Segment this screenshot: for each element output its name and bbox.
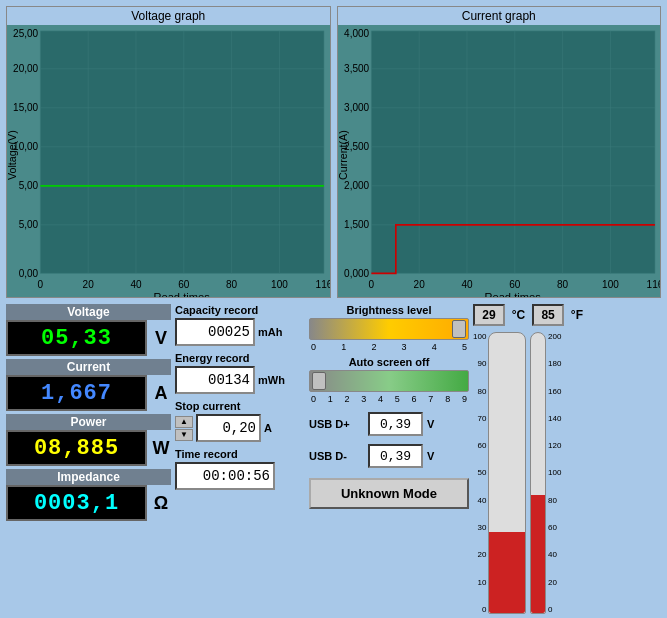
- stepper-down-button[interactable]: ▼: [175, 429, 193, 441]
- c-scale-100: 100: [473, 332, 486, 341]
- svg-text:5,00: 5,00: [19, 180, 39, 191]
- f-scale-100: 100: [548, 468, 561, 477]
- brightness-ticks: 0 1 2 3 4 5: [309, 342, 469, 352]
- power-display: 08,885: [6, 430, 147, 466]
- tick-1: 1: [341, 342, 346, 352]
- auto-screen-ticks: 0 1 2 3 4 5 6 7 8 9: [309, 394, 469, 404]
- stop-current-unit: A: [264, 422, 272, 434]
- impedance-block: Impedance 0003,1 Ω: [6, 469, 171, 521]
- svg-text:20: 20: [413, 278, 424, 289]
- graphs-section: Voltage graph: [0, 0, 667, 300]
- energy-row: mWh: [175, 366, 305, 394]
- celsius-fill: [489, 532, 525, 613]
- current-block: Current 1,667 A: [6, 359, 171, 411]
- thermometers-container: 100 90 80 70 60 50 40 30 20 10 0: [473, 332, 583, 614]
- brightness-thumb: [452, 320, 466, 338]
- voltage-unit: V: [151, 328, 171, 349]
- f-scale-200: 200: [548, 332, 561, 341]
- c-scale-80: 80: [473, 387, 486, 396]
- svg-text:0: 0: [38, 278, 44, 289]
- svg-text:20,00: 20,00: [13, 63, 38, 74]
- voltage-value-row: 05,33 V: [6, 320, 171, 356]
- thermo-header: 29 °C 85 °F: [473, 304, 583, 326]
- tick-0: 0: [311, 342, 316, 352]
- energy-block: Energy record mWh: [175, 352, 305, 394]
- middle-panel: Capacity record mAh Energy record mWh St…: [175, 304, 305, 614]
- voltage-label: Voltage: [6, 304, 171, 320]
- fahrenheit-thermometer: 200 180 160 140 120 100 80 60 40 20 0: [530, 332, 583, 614]
- stepper-up-button[interactable]: ▲: [175, 416, 193, 428]
- svg-rect-31: [371, 31, 655, 273]
- svg-text:5,00: 5,00: [19, 219, 39, 230]
- f-scale-140: 140: [548, 414, 561, 423]
- celsius-value-box: 29: [473, 304, 505, 326]
- svg-text:3,500: 3,500: [344, 63, 369, 74]
- current-unit: A: [151, 383, 171, 404]
- f-scale-120: 120: [548, 441, 561, 450]
- right-middle-panel: Brightness level 0 1 2 3 4 5: [309, 304, 469, 614]
- c-scale-50: 50: [473, 468, 486, 477]
- svg-text:116: 116: [646, 278, 660, 289]
- brightness-slider-container: 0 1 2 3 4 5: [309, 318, 469, 352]
- svg-text:3,000: 3,000: [344, 102, 369, 113]
- time-label: Time record: [175, 448, 305, 460]
- thermometer-panel: 29 °C 85 °F 100 90 80 70 60: [473, 304, 583, 614]
- impedance-value: 0003,1: [34, 491, 119, 516]
- celsius-unit: °C: [512, 308, 525, 322]
- energy-label: Energy record: [175, 352, 305, 364]
- power-value-row: 08,885 W: [6, 430, 171, 466]
- celsius-thermo-wrapper: 100 90 80 70 60 50 40 30 20 10 0: [473, 332, 526, 614]
- power-value: 08,885: [34, 436, 119, 461]
- fahrenheit-thermo-wrapper: 200 180 160 140 120 100 80 60 40 20 0: [530, 332, 583, 614]
- usb-dplus-unit: V: [427, 418, 434, 430]
- svg-text:80: 80: [557, 278, 568, 289]
- current-graph-title: Current graph: [338, 7, 661, 25]
- auto-screen-thumb: [312, 372, 326, 390]
- f-scale-20: 20: [548, 578, 561, 587]
- capacity-row: mAh: [175, 318, 305, 346]
- current-graph-svg: 4,000 3,500 3,000 2,500 2,000 1,500 0,00…: [338, 25, 661, 297]
- stop-current-row: ▲ ▼ A: [175, 414, 305, 442]
- current-label: Current: [6, 359, 171, 375]
- f-scale-0: 0: [548, 605, 561, 614]
- svg-text:20: 20: [83, 278, 94, 289]
- f-scale-160: 160: [548, 387, 561, 396]
- measurements-panel: Voltage 05,33 V Current 1,667 A: [6, 304, 171, 614]
- current-value: 1,667: [41, 381, 112, 406]
- usb-dplus-label: USB D+: [309, 418, 364, 430]
- capacity-input[interactable]: [175, 318, 255, 346]
- current-display: 1,667: [6, 375, 147, 411]
- celsius-scale: 100 90 80 70 60 50 40 30 20 10 0: [473, 332, 488, 614]
- tick-a5: 5: [395, 394, 400, 404]
- time-input[interactable]: [175, 462, 275, 490]
- c-scale-90: 90: [473, 359, 486, 368]
- svg-text:60: 60: [178, 278, 189, 289]
- tick-a3: 3: [361, 394, 366, 404]
- svg-text:116: 116: [316, 278, 330, 289]
- auto-screen-label: Auto screen off: [309, 356, 469, 368]
- auto-screen-slider[interactable]: [309, 370, 469, 392]
- fahrenheit-unit: °F: [571, 308, 583, 322]
- f-scale-60: 60: [548, 523, 561, 532]
- power-unit: W: [151, 438, 171, 459]
- svg-text:40: 40: [461, 278, 472, 289]
- impedance-display: 0003,1: [6, 485, 147, 521]
- unknown-mode-button[interactable]: Unknown Mode: [309, 478, 469, 509]
- stop-current-label: Stop current: [175, 400, 305, 412]
- fahrenheit-value-box: 85: [532, 304, 564, 326]
- tick-a7: 7: [428, 394, 433, 404]
- svg-text:0,00: 0,00: [19, 268, 39, 279]
- brightness-slider[interactable]: [309, 318, 469, 340]
- svg-text:2,000: 2,000: [344, 180, 369, 191]
- svg-text:0: 0: [368, 278, 374, 289]
- brightness-label: Brightness level: [309, 304, 469, 316]
- time-row: [175, 462, 305, 490]
- stop-current-input[interactable]: [196, 414, 261, 442]
- svg-text:40: 40: [130, 278, 141, 289]
- c-scale-70: 70: [473, 414, 486, 423]
- svg-text:Voltage(V): Voltage(V): [7, 130, 18, 180]
- stepper-buttons: ▲ ▼: [175, 416, 193, 441]
- energy-input[interactable]: [175, 366, 255, 394]
- tick-a4: 4: [378, 394, 383, 404]
- current-graph-container: Current graph: [337, 6, 662, 298]
